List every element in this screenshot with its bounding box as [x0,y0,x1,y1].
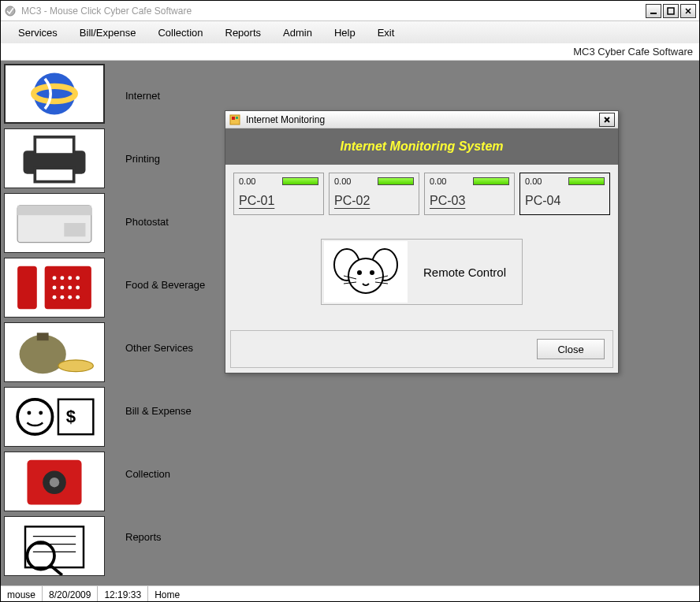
menu-reports[interactable]: Reports [216,24,271,42]
svg-point-23 [53,295,57,299]
minimize-button[interactable] [646,4,661,18]
dialog-footer: Close [230,330,613,368]
pc-01-value: 0.00 [239,177,255,186]
workspace: $ Internet Printing Photostat Food & Bev… [1,61,699,585]
svg-point-15 [53,276,57,280]
pc-04-name: PC-04 [525,194,605,208]
pc-box-01[interactable]: 0.00 PC-01 [233,173,324,215]
sidebar-item-food-beverage[interactable] [4,258,117,319]
dialog-close-button[interactable] [599,113,615,127]
sidebar-item-collection[interactable] [4,452,117,513]
sidebar-label-printing: Printing [125,127,228,190]
svg-point-17 [68,276,72,280]
svg-rect-8 [35,137,73,154]
svg-point-37 [50,478,59,487]
window-title: MC3 - Mouse Click Cyber Cafe Software [21,6,644,17]
usage-bar-icon [568,177,605,185]
mouse-icon [324,241,408,303]
svg-point-30 [17,399,52,434]
menu-exit[interactable]: Exit [368,24,404,42]
dialog-icon [229,113,241,126]
svg-point-53 [370,270,374,275]
statusbar: mouse 8/20/2009 12:19:33 Home [1,585,699,602]
svg-rect-9 [35,168,73,181]
sidebar-label-internet: Internet [125,64,228,127]
menu-bill-expense[interactable]: Bill/Expense [70,24,146,42]
pc-03-value: 0.00 [430,177,446,186]
status-date: 8/20/2009 [43,586,98,602]
subheader: MC3 Cyber Cafe Software [1,43,699,61]
pc-01-name: PC-01 [239,194,318,208]
sidebar-item-reports[interactable] [4,516,117,578]
menu-collection[interactable]: Collection [148,24,212,42]
svg-rect-1 [650,13,657,14]
sidebar-item-photostat[interactable] [4,193,117,255]
sidebar-labels: Internet Printing Photostat Food & Bever… [117,61,228,585]
svg-point-26 [76,295,80,299]
usage-bar-icon [473,177,509,185]
remote-control-label: Remote Control [408,266,522,279]
usage-bar-icon [378,177,414,185]
sidebar-item-other-services[interactable] [4,322,117,384]
usage-bar-icon [282,177,318,185]
svg-point-22 [76,286,80,290]
remote-control-button[interactable]: Remote Control [321,239,523,305]
window-titlebar: MC3 - Mouse Click Cyber Cafe Software [1,1,699,21]
sidebar-item-internet[interactable] [4,64,117,125]
status-user: mouse [1,586,43,602]
pc-box-02[interactable]: 0.00 PC-02 [329,173,419,215]
svg-point-24 [60,295,64,299]
svg-rect-12 [64,223,85,236]
menu-help[interactable]: Help [325,24,365,42]
maximize-button[interactable] [663,4,679,18]
svg-point-21 [68,286,72,290]
pc-row: 0.00 PC-01 0.00 PC-02 0.00 PC-03 0.00 PC… [225,165,618,220]
svg-point-51 [348,258,383,293]
close-button[interactable] [680,4,696,18]
menu-services[interactable]: Services [9,24,67,42]
pc-box-04[interactable]: 0.00 PC-04 [519,173,610,215]
dialog-titlebar[interactable]: Internet Monitoring [225,111,618,128]
svg-rect-11 [17,206,91,215]
dialog-banner: Internet Monitoring System [225,128,618,165]
pc-02-name: PC-02 [334,194,414,208]
svg-point-25 [68,295,72,299]
subheader-text: MC3 Cyber Cafe Software [573,46,693,58]
svg-rect-2 [668,8,674,14]
internet-monitoring-dialog: Internet Monitoring Internet Monitoring … [225,110,619,373]
svg-point-20 [60,286,64,290]
svg-point-0 [6,6,15,16]
pc-04-value: 0.00 [525,177,542,186]
sidebar-item-printing[interactable] [4,128,117,190]
svg-rect-46 [236,117,238,119]
svg-point-18 [76,276,80,280]
sidebar-label-collection: Collection [125,442,228,505]
svg-rect-45 [232,117,235,120]
sidebar-label-reports: Reports [125,505,228,568]
pc-03-name: PC-03 [430,194,509,208]
menu-admin[interactable]: Admin [274,24,322,42]
status-location: Home [148,586,699,602]
svg-point-28 [58,360,93,372]
sidebar-label-other-services: Other Services [125,316,228,379]
sidebar: $ [1,61,117,585]
dialog-close-footer-button[interactable]: Close [537,339,605,359]
svg-point-19 [53,286,57,290]
svg-rect-29 [37,333,49,340]
dialog-title-text: Internet Monitoring [246,114,599,125]
pc-box-03[interactable]: 0.00 PC-03 [424,173,515,215]
svg-rect-13 [17,266,37,309]
status-time: 12:19:33 [98,586,148,602]
menubar: Services Bill/Expense Collection Reports… [1,21,699,43]
svg-point-52 [357,270,362,275]
sidebar-label-photostat: Photostat [125,190,228,253]
pc-02-value: 0.00 [334,177,351,186]
app-icon [4,5,17,17]
sidebar-item-bill-expense[interactable]: $ [4,387,117,448]
sidebar-label-food-beverage: Food & Beverage [125,253,228,316]
svg-point-32 [39,411,43,415]
svg-text:$: $ [66,407,76,426]
svg-point-5 [34,73,76,115]
svg-point-31 [27,411,31,415]
sidebar-label-bill-expense: Bill & Expense [125,379,228,442]
